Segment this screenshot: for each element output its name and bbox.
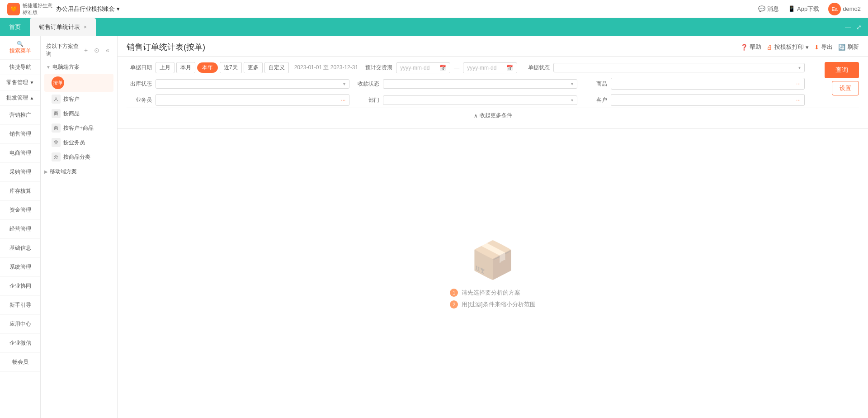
company-selector[interactable]: 办公用品行业模拟账套 ▾: [56, 5, 120, 13]
customer-input[interactable]: ···: [611, 94, 805, 106]
category-scheme-icon: 分: [52, 152, 61, 162]
scheme-item-by-order[interactable]: 按单: [44, 74, 113, 92]
receive-status-select[interactable]: ▾: [383, 79, 577, 89]
sidebar-item-operations[interactable]: 经营管理: [0, 220, 40, 239]
sidebar-item-member[interactable]: 畅会员: [0, 353, 40, 372]
nav-tabs: 首页 销售订单统计表 × — ⤢: [0, 18, 868, 36]
date-btn-this-year[interactable]: 本年: [197, 62, 218, 73]
date-btn-last-month[interactable]: 上月: [156, 62, 175, 73]
scheme-item-by-customer[interactable]: 人 按客户: [44, 92, 113, 106]
tab-home[interactable]: 首页: [0, 18, 30, 36]
calendar-icon-2: 📅: [506, 65, 513, 71]
date-btn-7days[interactable]: 近7天: [220, 62, 242, 73]
sidebar-search[interactable]: 🔍 搜索菜单: [0, 36, 40, 60]
calendar-icon: 📅: [439, 65, 446, 71]
scheme-item-by-goods[interactable]: 商 按商品: [44, 106, 113, 121]
pc-section-arrow: ▼: [46, 65, 51, 70]
minimize-icon[interactable]: —: [844, 24, 852, 31]
logo-text: 畅捷通好生意 标准版: [23, 2, 52, 15]
goods-input[interactable]: ···: [611, 78, 805, 90]
app-download-button[interactable]: 📱 App下载: [788, 5, 819, 13]
collapse-scheme-icon[interactable]: «: [104, 46, 112, 54]
salesman-more-icon[interactable]: ···: [341, 97, 345, 103]
template-print-button[interactable]: 🖨 按模板打印 ▾: [767, 43, 809, 51]
tip-num-1: 1: [450, 289, 458, 297]
department-filter: 部门 ▾: [354, 94, 577, 106]
filter-row-1: 单据日期 上月 本月 本年 近7天 更多 自定义 2023-01-01 至 20…: [127, 62, 805, 73]
collapse-bar[interactable]: ∧ 收起更多条件: [127, 108, 859, 123]
sidebar-item-basic-info[interactable]: 基础信息: [0, 239, 40, 258]
goods-filter: 商品 ···: [582, 78, 805, 90]
date-btn-this-month[interactable]: 本月: [176, 62, 195, 73]
filter-row-3: 业务员 ··· 部门 ▾: [127, 94, 805, 106]
settings-button[interactable]: 设置: [832, 81, 859, 95]
pc-scheme-section: ▼ 电脑端方案 按单 人 按客户 商 按商品 商 按客户+商品: [41, 61, 117, 164]
sidebar-item-wholesale[interactable]: 批发管理 ▲: [0, 90, 40, 106]
receive-status-filter: 收款状态 ▾: [354, 78, 577, 90]
edit-scheme-icon[interactable]: ⊙: [93, 46, 101, 54]
help-button[interactable]: ❓ 帮助: [741, 43, 761, 51]
goods-more-icon[interactable]: ···: [796, 81, 801, 87]
date-btn-more[interactable]: 更多: [244, 62, 263, 73]
out-status-filter: 出库状态 ▾: [127, 78, 349, 90]
sidebar-item-finance[interactable]: 资金管理: [0, 201, 40, 220]
filter-left: 单据日期 上月 本月 本年 近7天 更多 自定义 2023-01-01 至 20…: [127, 62, 805, 106]
sidebar-item-ecommerce[interactable]: 电商管理: [0, 144, 40, 163]
export-button[interactable]: ⬇ 导出: [814, 43, 833, 51]
main-content: 销售订单统计表(按单) ❓ 帮助 🖨 按模板打印 ▾ ⬇ 导出: [118, 36, 868, 418]
scheme-item-by-category[interactable]: 分 按商品分类: [44, 150, 113, 164]
department-select[interactable]: ▾: [383, 95, 577, 105]
sidebar-item-retail[interactable]: 零售管理 ▼: [0, 75, 40, 90]
close-tab-icon[interactable]: ×: [84, 24, 87, 30]
empty-tip-2: 2 用[过滤]条件来缩小分析范围: [450, 300, 535, 309]
page-header: 销售订单统计表(按单) ❓ 帮助 🖨 按模板打印 ▾ ⬇ 导出: [118, 36, 868, 57]
empty-illustration: 📦: [470, 239, 515, 281]
collapse-icon: ∧: [474, 113, 478, 119]
customer-more-icon[interactable]: ···: [796, 97, 801, 103]
date-label: 单据日期: [127, 64, 152, 71]
receive-status-dropdown-icon: ▾: [571, 81, 573, 86]
sidebar-item-sales[interactable]: 销售管理: [0, 125, 40, 144]
sidebar-item-marketing[interactable]: 营销推广: [0, 106, 40, 125]
sidebar-item-purchase[interactable]: 采购管理: [0, 163, 40, 182]
status-filter: 单据状态 ▾: [524, 63, 805, 72]
expected-date-end[interactable]: yyyy-mm-dd 📅: [463, 62, 517, 73]
top-bar-left: 🧡 畅捷通好生意 标准版 办公用品行业模拟账套 ▾: [7, 2, 120, 15]
out-status-dropdown-icon: ▾: [343, 81, 345, 86]
status-select[interactable]: ▾: [553, 63, 805, 72]
sidebar-item-enterprise-wechat[interactable]: 企业微信: [0, 334, 40, 353]
expected-date-end-placeholder: yyyy-mm-dd: [467, 65, 496, 71]
mobile-section[interactable]: ▶ 移动端方案: [41, 166, 117, 177]
scheme-item-by-salesman[interactable]: 业 按业务员: [44, 135, 113, 150]
sidebar-item-guide[interactable]: 新手引导: [0, 296, 40, 315]
pc-section-header[interactable]: ▼ 电脑端方案: [44, 61, 113, 74]
query-button[interactable]: 查询: [825, 62, 859, 78]
message-button[interactable]: 💬 消息: [758, 5, 779, 13]
tab-sales-order-stats[interactable]: 销售订单统计表 ×: [30, 18, 96, 36]
maximize-icon[interactable]: ⤢: [855, 24, 863, 31]
refresh-button[interactable]: 🔄 刷新: [838, 43, 859, 51]
sidebar-item-inventory[interactable]: 库存核算: [0, 182, 40, 201]
sidebar-item-system[interactable]: 系统管理: [0, 258, 40, 277]
sidebar-item-enterprise[interactable]: 企业协同: [0, 277, 40, 296]
export-icon: ⬇: [814, 44, 819, 51]
page-title: 销售订单统计表(按单): [127, 42, 205, 52]
customer-scheme-icon: 人: [52, 95, 61, 104]
date-range-text: 2023-01-01 至 2023-12-31: [294, 64, 358, 71]
receive-status-label: 收款状态: [354, 80, 379, 88]
expected-date-start[interactable]: yyyy-mm-dd 📅: [396, 62, 450, 73]
salesman-input[interactable]: ···: [156, 94, 349, 106]
goods-scheme-icon: 商: [52, 109, 61, 118]
date-btn-custom[interactable]: 自定义: [264, 62, 289, 73]
customer-label: 客户: [582, 96, 607, 104]
user-menu[interactable]: Ea demo2: [828, 3, 861, 15]
main-layout: 🔍 搜索菜单 快捷导航 零售管理 ▼ 批发管理 ▲ 营销推广 销售管理 电商管理…: [0, 36, 868, 418]
sidebar-item-app-center[interactable]: 应用中心: [0, 315, 40, 334]
scheme-item-by-customer-goods[interactable]: 商 按客户+商品: [44, 121, 113, 135]
department-dropdown-icon: ▾: [571, 98, 573, 103]
add-scheme-icon[interactable]: +: [82, 46, 90, 54]
scheme-panel-title: 按以下方案查询: [46, 43, 82, 58]
message-icon: 💬: [758, 5, 765, 12]
sidebar-item-quick-nav[interactable]: 快捷导航: [0, 60, 40, 75]
out-status-select[interactable]: ▾: [156, 79, 349, 89]
